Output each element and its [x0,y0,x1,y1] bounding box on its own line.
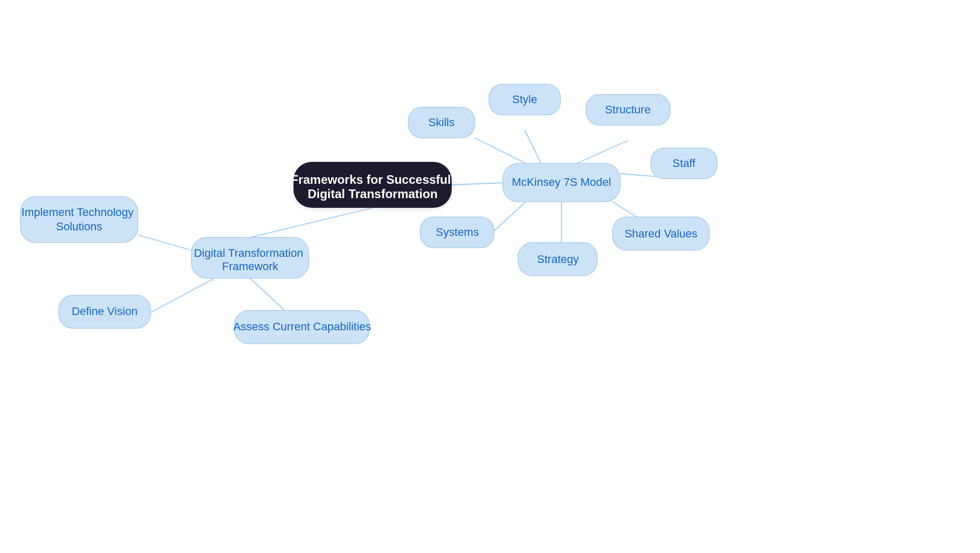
connector-dtf-define [151,278,214,312]
connector-dtf-implement [138,235,191,250]
connector-mckinsey-style [525,130,541,163]
structure-node-label: Structure [605,103,650,116]
style-node-label: Style [512,93,537,106]
skills-node-label: Skills [428,116,454,129]
connector-center-dtf [250,208,373,237]
staff-node-label: Staff [673,157,696,170]
systems-node-label: Systems [436,226,479,238]
center-node-label: Frameworks for Successful Digital Transf… [291,173,454,201]
define-node-label: Define Vision [71,305,137,318]
strategy-node-label: Strategy [537,253,579,266]
shared-values-node-label: Shared Values [625,227,698,240]
connector-center-mckinsey [452,183,503,185]
assess-node-label: Assess Current Capabilities [233,320,371,333]
connector-mckinsey-skills [475,138,526,163]
mind-map: Frameworks for Successful Digital Transf… [0,0,980,553]
connector-mckinsey-structure [577,140,628,163]
mckinsey-node-label: McKinsey 7S Model [512,176,611,188]
connector-mckinsey-systems [493,202,526,232]
